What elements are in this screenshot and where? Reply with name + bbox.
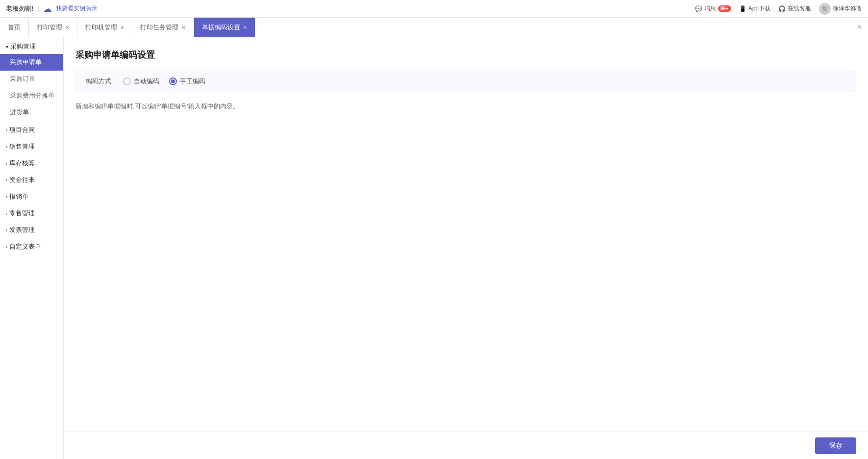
chevron-right-icon: › bbox=[6, 194, 7, 200]
page-title: 采购申请单编码设置 bbox=[75, 49, 856, 61]
tab-barcode-settings[interactable]: 单据编码设置 × bbox=[194, 18, 255, 37]
sidebar-group-sales-mgmt[interactable]: › 销售管理 bbox=[0, 137, 63, 154]
cloud-icon: ☁ bbox=[43, 3, 52, 14]
chevron-right-icon: › bbox=[6, 244, 7, 250]
tab-print-task-mgmt[interactable]: 打印任务管理 × bbox=[132, 18, 194, 37]
sidebar-group-finance[interactable]: › 资金往来 bbox=[0, 171, 63, 187]
manual-code-radio[interactable] bbox=[169, 77, 177, 85]
sidebar-group-project-contract[interactable]: › 项目合同 bbox=[0, 121, 63, 137]
sidebar-group-invoice[interactable]: › 发票管理 bbox=[0, 221, 63, 237]
close-all-tabs-button[interactable]: × bbox=[851, 18, 868, 37]
customer-service-button[interactable]: 🎧 在线客服 bbox=[778, 4, 811, 13]
message-button[interactable]: 💬 消息 99+ bbox=[695, 4, 731, 13]
tab-close-print-mgmt[interactable]: × bbox=[65, 24, 69, 31]
headset-icon: 🎧 bbox=[778, 5, 786, 12]
top-bar: 老板勿割! | ☁ 我要看实例演示 💬 消息 99+ 📱 App下载 🎧 在线客… bbox=[0, 0, 868, 18]
sidebar-group-custom-forms[interactable]: › 自定义表单 bbox=[0, 237, 63, 254]
message-icon: 💬 bbox=[695, 5, 702, 12]
tab-bar: 首页 打印管理 × 打印机管理 × 打印任务管理 × 单据编码设置 × × bbox=[0, 18, 868, 37]
sidebar-group-retail[interactable]: › 零售管理 bbox=[0, 204, 63, 221]
chevron-down-icon: ▾ bbox=[6, 44, 8, 50]
sidebar-item-purchase-expense[interactable]: 采购费用分摊单 bbox=[0, 87, 63, 104]
chevron-right-icon: › bbox=[6, 128, 7, 133]
sidebar-item-purchase-receipt[interactable]: 进货单 bbox=[0, 104, 63, 121]
tab-printer-mgmt[interactable]: 打印机管理 × bbox=[77, 18, 132, 37]
tab-close-printer-mgmt[interactable]: × bbox=[120, 24, 124, 31]
save-button[interactable]: 保存 bbox=[815, 437, 856, 454]
encoding-label: 编码方式 bbox=[86, 77, 111, 86]
content-footer: 保存 bbox=[64, 432, 868, 459]
chevron-right-icon: › bbox=[6, 161, 7, 166]
auto-code-option[interactable]: 自动编码 bbox=[123, 77, 159, 86]
sidebar-group-returns[interactable]: › 报销单 bbox=[0, 187, 63, 204]
tab-print-mgmt[interactable]: 打印管理 × bbox=[29, 18, 77, 37]
sidebar-item-purchase-order[interactable]: 采购订单 bbox=[0, 71, 63, 87]
phone-icon: 📱 bbox=[739, 5, 746, 12]
chevron-right-icon: › bbox=[6, 178, 7, 183]
sidebar-group-inventory[interactable]: › 库存核算 bbox=[0, 154, 63, 171]
brand-label: 老板勿割! bbox=[6, 4, 33, 13]
encoding-method-row: 编码方式 自动编码 手工编码 bbox=[75, 71, 856, 92]
demo-link[interactable]: 我要看实例演示 bbox=[56, 4, 97, 13]
message-badge: 99+ bbox=[718, 5, 731, 12]
chevron-right-icon: › bbox=[6, 144, 7, 150]
sidebar-item-purchase-req[interactable]: 采购申请单 bbox=[0, 54, 63, 71]
sidebar: ▾ 采购管理 采购申请单 采购订单 采购费用分摊单 进货单 › 项目合同 › 销… bbox=[0, 37, 64, 459]
auto-code-radio[interactable] bbox=[123, 77, 131, 85]
main-layout: ▾ 采购管理 采购申请单 采购订单 采购费用分摊单 进货单 › 项目合同 › 销… bbox=[0, 37, 868, 459]
avatar: 徐 bbox=[819, 3, 831, 15]
radio-group: 自动编码 手工编码 bbox=[123, 77, 205, 86]
chevron-right-icon: › bbox=[6, 211, 7, 216]
content-body: 采购申请单编码设置 编码方式 自动编码 手工编码 新增和编辑单据编时,可以编辑'… bbox=[64, 37, 868, 432]
content-area: 采购申请单编码设置 编码方式 自动编码 手工编码 新增和编辑单据编时,可以编辑'… bbox=[64, 37, 868, 459]
top-bar-right: 💬 消息 99+ 📱 App下载 🎧 在线客服 徐 徐泽华修改 bbox=[695, 3, 862, 15]
chevron-right-icon: › bbox=[6, 228, 7, 233]
top-bar-left: 老板勿割! | ☁ 我要看实例演示 bbox=[6, 3, 97, 14]
app-download-button[interactable]: 📱 App下载 bbox=[739, 4, 770, 13]
hint-text: 新增和编辑单据编时,可以编辑'单据编号'输入框中的内容。 bbox=[75, 102, 856, 111]
manual-code-option[interactable]: 手工编码 bbox=[169, 77, 205, 86]
sidebar-group-purchase-mgmt[interactable]: ▾ 采购管理 bbox=[0, 37, 63, 54]
user-menu[interactable]: 徐 徐泽华修改 bbox=[819, 3, 862, 15]
tab-close-print-task-mgmt[interactable]: × bbox=[181, 24, 185, 31]
tab-home[interactable]: 首页 bbox=[0, 18, 29, 37]
tab-close-barcode-settings[interactable]: × bbox=[243, 24, 247, 31]
